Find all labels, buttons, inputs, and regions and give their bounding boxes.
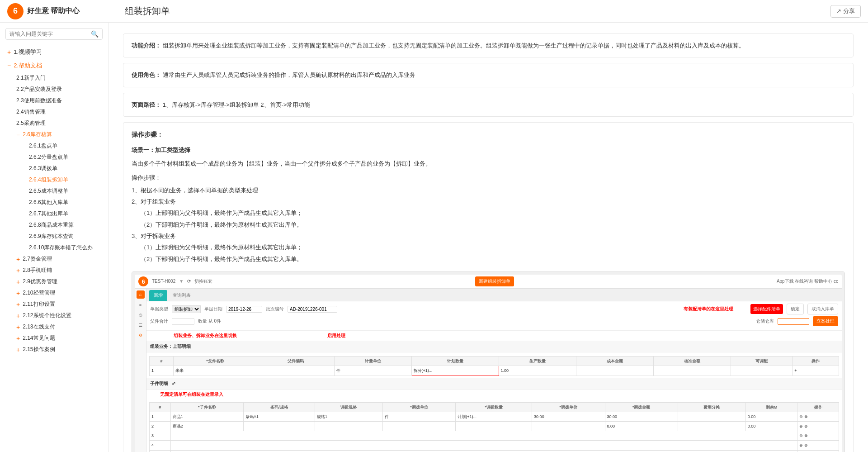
sidebar-item-2-6-1[interactable]: 2.6.1盘点单 xyxy=(25,140,108,152)
mock-icon3: ☰ xyxy=(139,322,142,329)
sidebar-item-2-8[interactable]: + 2.8手机旺铺 xyxy=(13,265,108,276)
form-input-warehouse[interactable] xyxy=(778,318,809,325)
path-label: 页面路径： xyxy=(132,101,161,108)
mock-refresh-icon: ⟳ xyxy=(187,277,191,285)
sidebar-item-2-2[interactable]: 2.2产品安装及登录 xyxy=(13,84,108,95)
sidebar-item-2-1[interactable]: 2.1新手入门 xyxy=(13,72,108,84)
mock-form-header: 单据类型 组装拆卸 单据日期 批次编号 xyxy=(146,301,842,331)
mock-logo: 6 xyxy=(138,276,148,286)
annotation-enable: 启用处理 xyxy=(327,332,345,340)
search-input[interactable] xyxy=(9,31,91,37)
sidebar-item-2-3[interactable]: 2.3使用前数据准备 xyxy=(13,95,108,106)
mock-store-btn[interactable]: 立案处理 xyxy=(813,316,838,326)
cell-avail xyxy=(731,366,793,376)
mock-lower-table-wrap: # *子件名称 条码/规格 调拨规格 *调拨单位 *调拨数量 *调拨单价 xyxy=(146,400,842,452)
page-title: 组装拆卸单 xyxy=(116,5,830,17)
lcol-fee: 费用分摊 xyxy=(678,402,745,412)
share-button[interactable]: ↗ 分享 xyxy=(830,5,861,18)
mock-topbar: 6 TEST-H002 ▼ ⟳ 切换账套 新建组装拆卸单 App下载 在线咨询 … xyxy=(135,275,842,289)
col-plan-qty: 计划数量 xyxy=(411,357,499,366)
col-adjust: 核准金额 xyxy=(653,357,731,366)
sidebar-item-2-10[interactable]: + 2.10经营管理 xyxy=(13,287,108,299)
step-3-1: （1）上部明细为父件明细，最终作为原材料生成其它出库单； xyxy=(141,242,845,252)
sidebar-item-2-6-9[interactable]: 2.6.9库存账本查询 xyxy=(25,231,108,242)
cell-parent-name: 米米 xyxy=(174,366,257,376)
sidebar-item-2-6-4[interactable]: 2.6.4组装拆卸单 xyxy=(25,174,108,186)
mock-upper-title: 组装业务：上部明细 xyxy=(146,341,842,352)
ops-title: 操作步骤： xyxy=(132,129,845,140)
sidebar-item-2-6-7[interactable]: 2.6.7其他出库单 xyxy=(25,208,108,219)
sidebar-item-2-6[interactable]: − 2.6库存核算 xyxy=(13,129,108,140)
sidebar-sub-docs: 2.1新手入门 2.2产品安装及登录 2.3使用前数据准备 2.4销售管理 2.… xyxy=(0,72,108,355)
mock-icon1: ≡ xyxy=(139,301,142,309)
scene1-steps-title: 操作步骤： xyxy=(132,172,845,183)
form-label-remark: 数量 从 0件 xyxy=(198,317,221,325)
col-cost: 成本金额 xyxy=(576,357,653,366)
cell-parent-code xyxy=(257,366,334,376)
search-icon[interactable]: 🔍 xyxy=(91,30,99,38)
sidebar-item-docs[interactable]: − 2.帮助文档 xyxy=(0,59,108,72)
mock-switch-btn: 切换账套 xyxy=(194,277,212,285)
table-row: 3⊕ ⊗ xyxy=(150,431,839,441)
mock-confirm-btn[interactable]: 确定 xyxy=(787,304,804,314)
lcol-remain: 剩余M xyxy=(745,402,797,412)
form-select-type[interactable]: 组装拆卸 xyxy=(172,305,201,313)
table-row: 2 商品2 0.00 xyxy=(150,422,839,431)
intro-text: 组装拆卸单用来处理企业组装或拆卸等加工业务，支持有固定装配清单的产品加工业务，也… xyxy=(163,42,745,49)
form-input-date[interactable] xyxy=(226,306,262,313)
col-parent-name: *父件名称 xyxy=(174,357,257,366)
sidebar-item-2-6-2[interactable]: 2.6.2分量盘点单 xyxy=(25,152,108,163)
top-header: 6 好生意 帮助中心 组装拆卸单 ↗ 分享 xyxy=(0,0,868,23)
search-box: 🔍 xyxy=(5,28,103,40)
step-2-1: （1）上部明细为父件明细，最终作为产成品生成其它入库单； xyxy=(141,208,845,218)
sidebar-item-2-11[interactable]: + 2.11打印设置 xyxy=(13,299,108,310)
sidebar-item-2-4[interactable]: 2.4销售管理 xyxy=(13,106,108,118)
mock-tab-new[interactable]: 新增 xyxy=(149,290,167,301)
mock-home-icon: ⌂ xyxy=(137,290,145,299)
mock-new-btn[interactable]: 新建组装拆卸单 xyxy=(475,276,514,286)
minus-icon-2-6: − xyxy=(16,131,20,138)
plus-icon-2-7: + xyxy=(16,256,20,263)
mock-top-icons: App下载 在线咨询 帮助中心 cc xyxy=(777,277,838,285)
mock-company: TEST-H002 xyxy=(152,277,175,285)
sidebar-item-2-6-6[interactable]: 2.6.6其他入库单 xyxy=(25,197,108,208)
sidebar-item-videos[interactable]: + 1.视频学习 xyxy=(0,45,108,59)
plus-icon-2-11: + xyxy=(16,301,20,308)
main-layout: 🔍 + 1.视频学习 − 2.帮助文档 2.1新手入门 2.2产品安装及登录 2… xyxy=(0,23,868,452)
sidebar-item-2-12[interactable]: + 2.12系统个性化设置 xyxy=(13,310,108,321)
plus-icon-2-8: + xyxy=(16,267,20,274)
sidebar-item-2-6-8[interactable]: 2.6.8商品成本重算 xyxy=(25,219,108,231)
step-3: 3、对于拆装业务 xyxy=(132,231,845,241)
sidebar-item-2-6-3[interactable]: 2.6.3调拨单 xyxy=(25,163,108,174)
lcol-name: *子件名称 xyxy=(170,402,243,412)
form-label-count: 父件合计 xyxy=(150,317,168,325)
form-input-batch[interactable] xyxy=(288,306,337,313)
annotation-switch: 组装业务、拆卸业务在这里切换 xyxy=(174,332,237,340)
sidebar-item-2-13[interactable]: + 2.13在线支付 xyxy=(13,321,108,333)
sidebar-item-2-15[interactable]: + 2.15操作案例 xyxy=(13,344,108,355)
plus-icon-2-14: + xyxy=(16,335,20,342)
mock-tab-list[interactable]: 查询列表 xyxy=(168,290,195,301)
mock-icon4: ⚙ xyxy=(139,332,142,339)
mock-select-bom-btn[interactable]: 选择配件清单 xyxy=(750,304,783,314)
screenshot-container: 6 TEST-H002 ▼ ⟳ 切换账套 新建组装拆卸单 App下载 在线咨询 … xyxy=(132,271,845,452)
sidebar-item-2-14[interactable]: + 2.14常见问题 xyxy=(13,333,108,344)
col-prod-qty: 生产数量 xyxy=(499,357,576,366)
sidebar-item-2-7[interactable]: + 2.7资金管理 xyxy=(13,253,108,265)
sidebar-item-2-5[interactable]: 2.5采购管理 xyxy=(13,118,108,129)
table-row: 4⊕ ⊗ xyxy=(150,441,839,450)
mock-lower-header: 子件明细 ⤢ xyxy=(146,378,842,390)
mock-cancel-btn[interactable]: 取消入库单 xyxy=(807,304,838,314)
plus-icon-2-10: + xyxy=(16,290,20,297)
cell-adjust xyxy=(653,366,731,376)
form-label-type: 单据类型 xyxy=(150,305,168,313)
form-input-count[interactable] xyxy=(172,318,194,325)
sidebar-item-2-6-5[interactable]: 2.6.5成本调整单 xyxy=(25,186,108,197)
sidebar-item-2-9[interactable]: + 2.9优惠券管理 xyxy=(13,276,108,287)
annotation-manual: 无固定清单可在组装在这里录入 xyxy=(146,390,842,400)
col-avail: 可调配 xyxy=(731,357,793,366)
cell-plan-qty: 拆分(+1)... xyxy=(411,366,499,376)
sidebar-item-2-6-10[interactable]: 2.6.10库存账本错了怎么办 xyxy=(25,242,108,253)
plus-icon-2-15: + xyxy=(16,346,20,353)
logo-area: 6 好生意 帮助中心 xyxy=(7,3,116,19)
